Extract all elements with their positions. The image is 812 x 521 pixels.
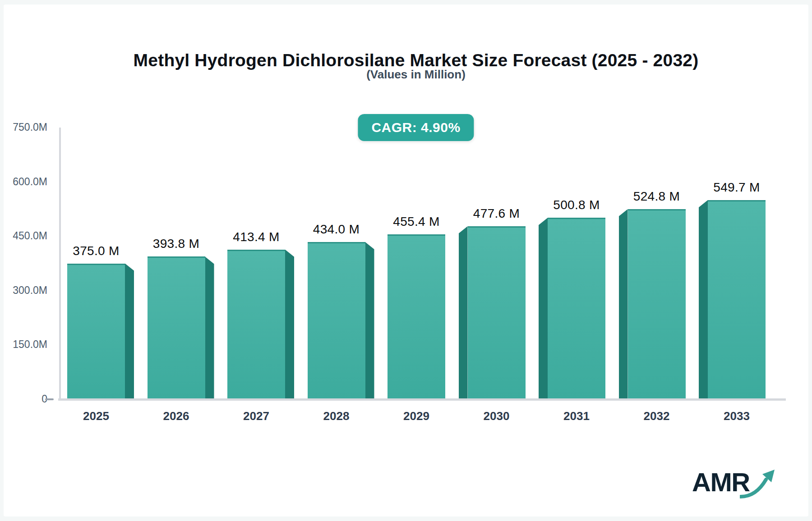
bar-2029 <box>388 234 445 399</box>
y-axis-tick-label: 450.0M <box>0 230 47 242</box>
bar-side-shadow <box>539 218 548 399</box>
bar-2032 <box>628 209 686 399</box>
bar-2028 <box>308 242 365 399</box>
bar-value-label: 375.0 M <box>60 244 132 258</box>
bar-2027 <box>227 250 285 399</box>
bar-2026 <box>148 256 205 399</box>
zero-tick-mark <box>45 398 54 400</box>
bar-value-label: 393.8 M <box>140 237 212 251</box>
bar-value-label: 434.0 M <box>300 222 373 237</box>
x-axis-tick-label: 2025 <box>60 409 132 423</box>
trend-up-arrow-icon <box>740 469 775 499</box>
bar-side-shadow <box>459 226 468 399</box>
chart-canvas: Methyl Hydrogen Dichlorosilane Market Si… <box>0 0 812 521</box>
y-axis-line <box>59 128 61 399</box>
y-axis-tick-label: 750.0M <box>0 121 47 133</box>
bar-side-shadow <box>365 242 374 399</box>
amr-logo: AMR <box>692 466 769 502</box>
y-axis-tick-label: 600.0M <box>0 176 47 188</box>
page-subtitle: (Values in Million) <box>366 68 466 82</box>
x-axis-tick-label: 2033 <box>701 409 773 423</box>
y-axis-tick-label: 0 <box>0 393 47 405</box>
x-axis-line <box>58 398 786 401</box>
bar-value-label: 500.8 M <box>540 198 613 212</box>
x-axis-tick-label: 2029 <box>380 409 452 423</box>
bar-value-label: 477.6 M <box>461 206 533 221</box>
bar-value-label: 455.4 M <box>380 215 452 229</box>
bar-2033 <box>708 200 766 399</box>
bar-side-shadow <box>125 264 134 400</box>
bar-2031 <box>548 218 605 399</box>
x-axis-tick-label: 2027 <box>220 409 292 423</box>
bar-value-label: 524.8 M <box>621 189 693 204</box>
bar-2025 <box>67 264 125 400</box>
bar-2030 <box>468 226 526 399</box>
x-axis-tick-label: 2032 <box>621 409 693 423</box>
y-axis-tick-label: 150.0M <box>0 338 47 351</box>
x-axis-tick-label: 2031 <box>540 409 613 423</box>
chart-card: Methyl Hydrogen Dichlorosilane Market Si… <box>4 5 808 516</box>
bar-side-shadow <box>205 256 214 399</box>
bar-value-label: 549.7 M <box>701 180 773 195</box>
bar-value-label: 413.4 M <box>220 230 292 244</box>
bar-side-shadow <box>285 250 294 399</box>
cagr-badge: CAGR: 4.90% <box>358 114 474 141</box>
y-axis-tick-label: 300.0M <box>0 284 47 297</box>
x-axis-tick-label: 2030 <box>461 409 533 423</box>
bar-side-shadow <box>619 209 628 399</box>
bar-side-shadow <box>699 200 708 399</box>
x-axis-tick-label: 2028 <box>300 409 373 423</box>
x-axis-tick-label: 2026 <box>140 409 212 423</box>
